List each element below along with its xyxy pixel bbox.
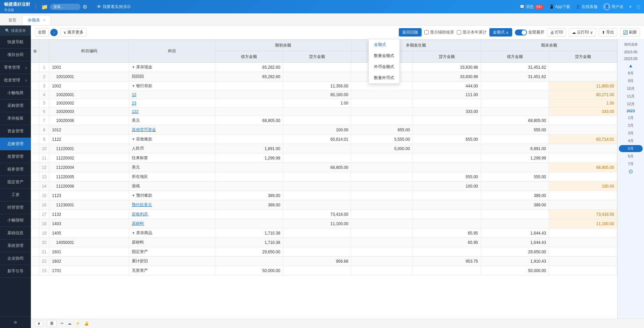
pd_debit-cell [351,172,413,182]
period-aug[interactable]: 8月 [619,70,643,77]
account-name-cell[interactable]: 23 [129,99,215,108]
tab-balance[interactable]: 余额表 × [22,15,51,25]
sidebar-settings[interactable]: ⚙ [0,317,31,328]
sidebar-item-collab[interactable]: 企业协同 [0,252,31,265]
search-bar[interactable]: 搜索... [50,4,80,10]
settings-icon[interactable]: ⚙ [83,4,87,10]
all-filter[interactable]: 全部 [35,28,49,37]
sidebar-item-invoice[interactable]: 发票管理 [0,150,31,163]
sidebar-item-payroll[interactable]: 工资 [0,189,31,201]
sidebar-item-assets[interactable]: 固定资产 [0,176,31,189]
sidebar-item-expense[interactable]: 小畅报销 [0,214,31,227]
aux-checkbox[interactable] [424,30,429,35]
table-row: 91122▼ 应收账款65,614.015,555.00655.0060,714… [31,135,617,144]
sidebar-item-purchase[interactable]: 采购管理 [0,100,31,112]
gear-header[interactable]: ⚙ [31,40,39,63]
sidebar-item-guide[interactable]: 新手引导 [0,265,31,278]
cb_credit-cell [549,200,617,210]
account-name-cell[interactable]: 原材料 [129,219,215,228]
window-close-btn[interactable]: × [629,4,632,9]
account-name-cell[interactable]: 其他货币资金 [129,125,215,135]
tab-home[interactable]: 首页 [3,15,22,25]
row-gear [31,266,39,275]
export-btn[interactable]: ⬆ 导出 [599,28,617,37]
year-2023: 2023 [619,108,643,114]
chevron-down-icon: ∧ [506,30,509,35]
toggle-bg[interactable] [515,29,527,36]
sidebar-item-retail[interactable]: 零售管理› [0,61,31,74]
ob_credit-cell: 11,356.00 [283,81,351,91]
row-number: 4 [39,91,49,99]
sidebar-item-ecommerce[interactable]: 小畅电商 [0,87,31,100]
account-name-cell[interactable]: 预付款美元 [129,200,215,210]
period-current[interactable]: 2023.05 [619,56,643,62]
period-title: 期间选择 [624,42,638,47]
filter-arrow-btn[interactable]: › [50,29,58,36]
period-apr[interactable]: 4月 [619,137,643,144]
sidebar-item-basicinfo[interactable]: 基础信息 [0,227,31,240]
row-number: 2 [39,72,49,81]
expand-more-btn[interactable]: ∨ 展开更多 [60,28,87,37]
cloud-print-btn[interactable]: ☁ 云打印 ∨ [569,28,596,37]
sidebar-item-wholesale[interactable]: 批发管理› [0,74,31,87]
currency-btn[interactable]: ¥ [35,321,43,327]
period-feb[interactable]: 2月 [619,122,643,129]
window-maximize-btn[interactable]: □ [637,4,640,9]
period-prev[interactable]: 2023.05 [619,49,643,55]
sidebar-item-system[interactable]: 系统管理 [0,240,31,252]
dropdown-item-foreign-amount[interactable]: 外币金额式 [369,61,399,72]
row-gear [31,172,39,182]
account-name-cell[interactable]: 12 [129,91,215,99]
sidebar-item-tax[interactable]: 税务管理 [0,163,31,176]
row-number: 13 [39,172,49,182]
period-oct[interactable]: 10月 [619,85,643,92]
sidebar-item-ledger[interactable]: 总账管理 [0,138,31,150]
period-expand-icon[interactable]: ⊙ [629,168,633,175]
pd_credit-cell [413,153,481,163]
period-may[interactable]: 5月 [619,145,643,152]
style-btn[interactable]: 金额式 ∧ [489,28,512,37]
cb_debit-cell: 1,644.43 [481,238,549,247]
period-sep[interactable]: 9月 [619,77,643,84]
ob_debit-cell [215,108,283,116]
account-name-cell[interactable]: 应收利息 [129,210,215,219]
ytd-checkbox[interactable] [457,30,461,35]
period-jul[interactable]: 7月 [619,160,643,168]
account-name-cell: 所在地区 [129,172,215,182]
sidebar-item-inventory[interactable]: 库存核算 [0,112,31,125]
dropdown-item-amount[interactable]: 金额式 [369,39,399,50]
row-number: 12 [39,163,49,172]
lang-btn[interactable]: 英 [47,320,57,327]
sidebar-item-capital[interactable]: 资金管理 [0,125,31,138]
dropdown-item-qty-amount[interactable]: 数量金额式 [369,50,399,61]
user-avatar[interactable]: 👤 用户名 [603,3,624,10]
account-name-cell[interactable]: 122 [129,108,215,116]
edit-icon[interactable]: ✏ [61,321,64,326]
account-name-cell: ▼ 预付账款 [129,191,215,200]
period-dec[interactable]: 12月 [619,101,643,108]
period-jun[interactable]: 6月 [619,153,643,160]
download-btn[interactable]: 📱 App下载 [549,4,570,10]
period-nov[interactable]: 11月 [619,93,643,100]
account-code-cell: 11220004 [49,163,129,172]
refresh-btn[interactable]: 🔄 刷新 [620,28,640,37]
message-btn[interactable]: 💬 消息 99+ [520,4,544,10]
cloud-icon[interactable]: ☁ [68,321,71,326]
period-mar[interactable]: 3月 [619,130,643,137]
print-btn[interactable]: 🖨 打印 [547,28,566,37]
sidebar-search[interactable]: 🔍 搜索菜单 [0,25,31,36]
sidebar-item-operations[interactable]: 经营管理 [0,201,31,214]
service-btn[interactable]: 👤 在线客服 [576,4,598,10]
bell-icon[interactable]: 🔔 [84,321,89,326]
expand-all-toggle[interactable]: 全部展开 [515,29,544,36]
account-code-cell: 14050001 [49,238,129,247]
dropdown-item-qty-foreign[interactable]: 数量外币式 [369,72,399,83]
sidebar-item-quicknav[interactable]: 快捷导航 [0,36,31,49]
period-jan[interactable]: 1月 [619,114,643,121]
return-old-btn[interactable]: 返回旧版 [399,28,422,37]
balance-table-container: ⚙ 科目编码 科目 期初余额 本期发生额 期末余额 借方金额 贷方金额 借方金额 [31,40,617,319]
lightning-icon[interactable]: ⚡ [75,321,80,326]
tab-close-icon[interactable]: × [43,18,45,22]
period-up-nav[interactable]: ▲ [629,63,633,68]
sidebar-item-project[interactable]: 项目合同 [0,49,31,61]
